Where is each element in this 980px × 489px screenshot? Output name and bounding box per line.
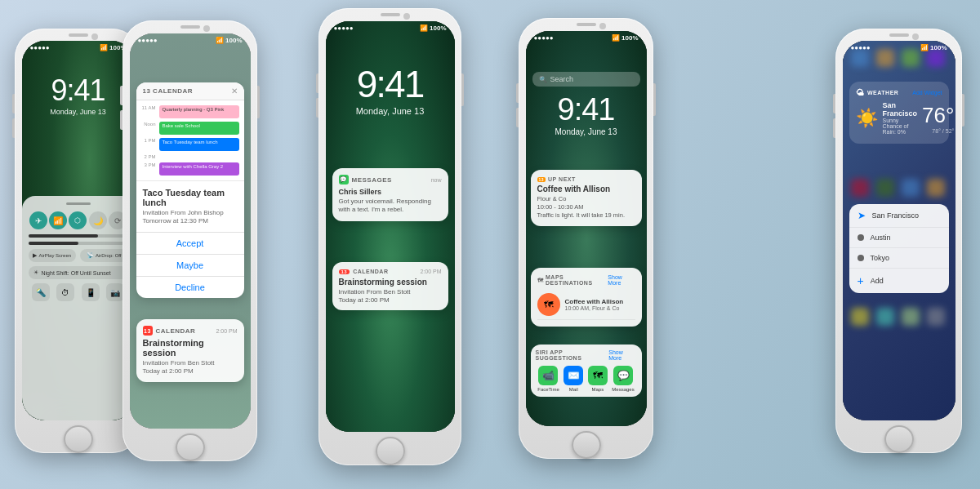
navigation-icon: ➤ <box>858 210 866 221</box>
signal-1: ●●●●● <box>30 44 50 51</box>
maps-add[interactable]: + Add <box>849 269 949 293</box>
weather-temp-block: 76° 78° / 52° <box>922 103 954 134</box>
home-button-4[interactable] <box>572 431 601 459</box>
signal-2: ●●●●● <box>138 37 158 44</box>
up-next-title: Coffee with Allison <box>537 184 635 193</box>
maps-destinations-card: 🗺 MAPS DESTINATIONS Show More 🗺 Coffee w… <box>531 268 642 327</box>
msg-body: Got your voicemail. Responding with a te… <box>339 198 442 215</box>
bluetooth-toggle[interactable]: ⬡ <box>69 211 87 229</box>
maybe-btn[interactable]: Maybe <box>136 254 244 276</box>
msg-date: Monday, June 13 <box>326 106 455 116</box>
show-more-maps[interactable]: Show More <box>608 274 635 286</box>
up-next-note: Traffic is light. It will take 19 min. <box>537 211 635 219</box>
siri-app-mail[interactable]: ✉️ Mail <box>564 366 583 392</box>
weather-app-label: 🌤 WEATHER <box>856 88 899 97</box>
search-bar[interactable]: 🔍 Search <box>532 72 640 87</box>
accept-btn[interactable]: Accept <box>136 232 244 254</box>
event-bar-1pm: Taco Tuesday team lunch <box>159 138 239 151</box>
airdrop-btn[interactable]: 📡 AirDrop: Off <box>80 249 128 262</box>
maps-label: Maps <box>591 387 604 392</box>
calendar-icon: 13 <box>537 177 546 182</box>
airplay-airdrop-row: ▶ AirPlay Screen 📡 AirDrop: Off <box>29 249 128 262</box>
home-button-1[interactable] <box>64 425 93 453</box>
messages-notification: 💬 MESSAGES now Chris Sillers Got your vo… <box>332 168 448 221</box>
weather-main-content: ☀️ San Francisco Sunny Chance of Rain: 0… <box>856 101 942 135</box>
notif-time: 9:41 <box>526 92 647 127</box>
drag-handle[interactable] <box>66 202 91 205</box>
maps-dest-title: Coffee with Allison <box>565 298 624 305</box>
up-next-time: 10:00 - 10:30 AM <box>537 203 635 211</box>
maps-tokyo[interactable]: Tokyo <box>849 248 949 269</box>
cal-event-2pm: 2 PM <box>136 153 244 161</box>
maps-dest-header: 🗺 MAPS DESTINATIONS Show More <box>537 274 635 286</box>
status-bar-2: ●●●●● 📶 100% <box>130 33 251 46</box>
cal-event-3pm: 3 PM Interview with Chella Gray 2 <box>136 161 244 177</box>
close-icon[interactable]: ✕ <box>231 87 238 96</box>
timer-btn[interactable]: ⏱ <box>56 283 74 301</box>
calendar-timeline: 11 AM Quarterly planning - Q3 Pink Noon … <box>136 100 244 180</box>
home-button-5[interactable] <box>884 425 914 453</box>
sun-icon: ☀ <box>33 269 38 276</box>
maps-dest-item: 🗺 Coffee with Allison 10:00 AM, Flour & … <box>537 290 635 320</box>
weather-temp: 76° <box>922 103 954 128</box>
event-bar-1: Quarterly planning - Q3 Pink <box>159 105 239 118</box>
brightness-slider[interactable] <box>29 234 128 238</box>
sf-label: San Francisco <box>872 211 920 220</box>
toggle-row: ✈ 📶 ⬡ 🌙 ⟳ <box>29 211 128 229</box>
cal-event-title: Taco Tuesday team lunch <box>143 188 238 207</box>
decline-btn[interactable]: Decline <box>136 276 244 298</box>
cal-event-1: 11 AM Quarterly planning - Q3 Pink <box>136 104 244 120</box>
mail-label: Mail <box>569 387 578 392</box>
siri-app-messages[interactable]: 💬 Messages <box>612 366 634 392</box>
control-center-panel: ✈ 📶 ⬡ 🌙 ⟳ <box>22 196 135 420</box>
volume-slider[interactable] <box>29 242 128 245</box>
cal-event-noon: Noon Bake sale School <box>136 120 244 136</box>
maps-dest-text: Coffee with Allison 10:00 AM, Flour & Co <box>565 298 624 311</box>
time-label-3pm: 3 PM <box>141 162 159 176</box>
phone-shell-3: ●●●●● 📶 100% 9:41 Monday, June 13 💬 MESS… <box>318 8 461 465</box>
weather-range: 78° / 52° <box>922 128 954 134</box>
cal-notif-header: 13 CALENDAR ✕ <box>136 82 244 100</box>
camera-btn[interactable]: 📷 <box>106 283 124 301</box>
status-bar-1: ●●●●● 📶 100% <box>22 41 135 53</box>
battery-2: 📶 100% <box>216 37 243 44</box>
calculator-btn[interactable]: 📱 <box>82 283 100 301</box>
night-shift-label: Night Shift: Off Until Sunset <box>42 270 111 276</box>
home-button-3[interactable] <box>376 437 405 465</box>
airplane-toggle[interactable]: ✈ <box>29 211 47 229</box>
facetime-label: FaceTime <box>537 387 559 392</box>
weather-info: San Francisco Sunny Chance of Rain: 0% <box>883 101 918 135</box>
mail-icon: ✉️ <box>564 366 583 385</box>
cal2-when: Today at 2:00 PM <box>143 367 238 375</box>
battery-3: 📶 100% <box>420 24 447 32</box>
siri-app-maps[interactable]: 🗺 Maps <box>588 366 608 392</box>
maps-san-francisco[interactable]: ➤ San Francisco <box>849 204 949 228</box>
messages-app-icon: 💬 <box>613 366 633 385</box>
weather-widget: 🌤 WEATHER Add Widget ☀️ San Francisco Su… <box>849 82 949 144</box>
phone-shell-5: ●●●●● 📶 100% 🌤 WEATHER Add Widget <box>835 29 962 453</box>
siri-app-facetime[interactable]: 📹 FaceTime <box>537 366 559 392</box>
cal-event-from: Invitation From John Bishop <box>143 209 238 216</box>
search-text: Search <box>550 75 574 83</box>
cal-notif-time-lockscreen: 2:00 PM <box>420 269 441 274</box>
siri-show-more[interactable]: Show More <box>608 349 636 361</box>
event-bar-noon: Bake sale School <box>159 122 239 135</box>
cal-notif-from-lockscreen: Invitation From Ben Stott <box>339 288 442 296</box>
calendar-label-lockscreen: CALENDAR <box>353 269 388 274</box>
dnd-toggle[interactable]: 🌙 <box>89 211 107 229</box>
airplay-btn[interactable]: ▶ AirPlay Screen <box>29 249 77 262</box>
time-label-1pm: 1 PM <box>141 138 159 151</box>
flashlight-btn[interactable]: 🔦 <box>32 283 50 301</box>
cal2-app-label: 13 CALENDAR <box>143 326 196 336</box>
night-shift-row[interactable]: ☀ Night Shift: Off Until Sunset <box>29 266 128 279</box>
weather-icon-small: 🌤 <box>856 88 865 97</box>
status-bar-5: ●●●●● 📶 100% <box>843 41 956 53</box>
time-label-2pm: 2 PM <box>141 154 159 159</box>
maps-austin[interactable]: Austin <box>849 228 949 248</box>
status-bar-4: ●●●●● 📶 100% <box>526 31 647 43</box>
home-button-2[interactable] <box>176 433 205 461</box>
facetime-icon: 📹 <box>538 366 558 385</box>
add-widget-btn[interactable]: Add Widget <box>912 90 942 96</box>
msg-time-display: 9:41 Monday, June 13 <box>326 62 455 116</box>
wifi-toggle[interactable]: 📶 <box>49 211 67 229</box>
